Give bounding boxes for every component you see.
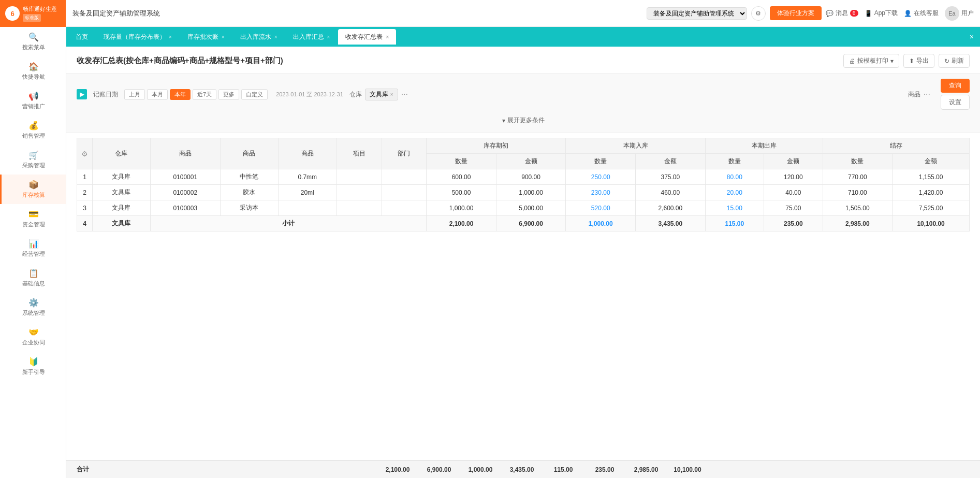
data-table: ⚙ 仓库 商品 商品 商品 项目 部门 库存期初 本期入库 本期出库 结存	[77, 138, 970, 231]
sidebar-item-enterprise[interactable]: 🤝 企业协同	[0, 322, 66, 352]
date-btn-custom[interactable]: 自定义	[241, 89, 268, 100]
tab-close-all[interactable]: ×	[966, 33, 978, 41]
col-close-amt: 金额	[893, 154, 970, 169]
settings-icon[interactable]: ⚙	[751, 6, 766, 21]
sidebar-item-marketing[interactable]: 📢 营销推广	[0, 86, 66, 115]
export-btn[interactable]: ⬆ 导出	[903, 54, 934, 68]
row-close-qty: 1,505.00	[823, 200, 893, 216]
tab-receipt-summary[interactable]: 收发存汇总表 ×	[338, 29, 396, 45]
tab-in-out-flow-label: 出入库流水	[240, 33, 271, 41]
filter-setting-btn[interactable]: 设置	[941, 95, 970, 110]
avatar: Ea	[945, 6, 959, 21]
subtotal-warehouse: 文具库	[93, 216, 151, 231]
tab-stock-dist[interactable]: 现存量（库存分布表） ×	[96, 29, 179, 45]
tab-in-out-flow[interactable]: 出入库流水 ×	[233, 29, 285, 45]
sidebar-item-quick-nav[interactable]: 🏠 快捷导航	[0, 56, 66, 86]
out-qty-link[interactable]: 20.00	[727, 189, 742, 196]
row-in-qty: 520.00	[566, 200, 636, 216]
warehouse-more[interactable]: ···	[401, 90, 408, 99]
row-name: 中性笔	[220, 169, 278, 185]
message-btn[interactable]: 💬 消息 6	[826, 9, 858, 18]
row-open-amt: 1,000.00	[496, 185, 566, 200]
date-btn-7-days[interactable]: 近7天	[193, 89, 216, 100]
tab-in-out-flow-close[interactable]: ×	[274, 34, 277, 40]
tab-batch[interactable]: 库存批次账 ×	[180, 29, 232, 45]
subtotal-close-amt: 10,100.00	[893, 216, 970, 231]
out-qty-link[interactable]: 15.00	[727, 205, 742, 212]
total-in-qty: 1,000.00	[460, 466, 501, 473]
table-row: 3 文具库 0100003 采访本 1,000.00 5,000.00 520.…	[77, 200, 970, 216]
expand-conditions-btn[interactable]: ▾ 展开更多条件	[497, 114, 550, 127]
finance-icon: 💳	[28, 209, 39, 219]
sidebar-item-inventory[interactable]: 📦 库存核算	[0, 175, 66, 204]
subtotal-in-qty-link[interactable]: 1,000.00	[589, 220, 613, 227]
subtotal-no: 4	[77, 216, 93, 231]
sidebar-item-sales[interactable]: 💰 销售管理	[0, 115, 66, 145]
in-qty-link[interactable]: 520.00	[591, 205, 610, 212]
logo-icon: 6	[5, 6, 20, 21]
marketing-icon: 📢	[28, 91, 39, 101]
goods-more[interactable]: ···	[924, 90, 930, 99]
in-qty-link[interactable]: 250.00	[591, 173, 610, 181]
in-qty-link[interactable]: 230.00	[591, 189, 610, 196]
query-btn[interactable]: 查询	[941, 79, 970, 93]
row-no: 1	[77, 169, 93, 185]
sidebar-item-basic-info[interactable]: 📋 基础信息	[0, 263, 66, 293]
service-icon: 👤	[904, 10, 912, 17]
expand-arrow-icon: ▾	[502, 117, 505, 124]
sidebar-item-purchase[interactable]: 🛒 采购管理	[0, 145, 66, 175]
tab-stock-dist-close[interactable]: ×	[169, 34, 172, 40]
subtotal-out-amt: 235.00	[764, 216, 823, 231]
user-btn[interactable]: Ea 用户	[945, 6, 974, 21]
subtotal-close-qty: 2,985.00	[823, 216, 893, 231]
date-btn-last-month[interactable]: 上月	[124, 89, 145, 100]
date-btn-more[interactable]: 更多	[218, 89, 239, 100]
warehouse-tag-close[interactable]: ×	[390, 92, 393, 97]
row-name: 采访本	[220, 200, 278, 216]
date-range-display: 2023-01-01 至 2023-12-31	[276, 91, 343, 98]
warehouse-label: 仓库	[349, 90, 362, 99]
sidebar-item-search[interactable]: 🔍 搜索菜单	[0, 27, 66, 56]
sidebar-item-finance[interactable]: 💳 资金管理	[0, 204, 66, 234]
warehouse-tag: 文具库 ×	[365, 89, 398, 100]
row-in-amt: 460.00	[636, 185, 706, 200]
sales-icon: 💰	[28, 121, 39, 131]
row-out-qty: 20.00	[705, 185, 764, 200]
total-in-amt: 3,435.00	[501, 466, 543, 473]
goods-filter: 商品 ···	[908, 90, 930, 99]
row-close-qty: 710.00	[823, 185, 893, 200]
total-label: 合计	[77, 465, 377, 474]
tab-in-out-summary[interactable]: 出入库汇总 ×	[286, 29, 338, 45]
system-select[interactable]: 装备及固定资产辅助管理系统	[647, 7, 747, 20]
print-template-btn[interactable]: 🖨 按模板打印 ▾	[843, 54, 899, 68]
row-open-amt: 900.00	[496, 169, 566, 185]
warehouse-filter: 仓库 文具库 × ···	[349, 89, 408, 100]
sidebar-item-operations[interactable]: 📊 经营管理	[0, 234, 66, 263]
row-spec: 20ml	[278, 185, 337, 200]
total-open-qty: 2,100.00	[377, 466, 418, 473]
tab-receipt-summary-close[interactable]: ×	[386, 34, 389, 40]
row-no: 2	[77, 185, 93, 200]
online-service-btn[interactable]: 👤 在线客服	[904, 9, 939, 18]
date-btn-this-month[interactable]: 本月	[147, 89, 168, 100]
date-btn-this-year[interactable]: 本年	[170, 89, 191, 100]
refresh-btn[interactable]: ↻ 刷新	[939, 54, 970, 68]
experience-btn[interactable]: 体验行业方案	[770, 6, 822, 20]
sidebar-item-system[interactable]: ⚙️ 系统管理	[0, 293, 66, 322]
subtotal-row: 4 文具库 小计 2,100.00 6,900.00 1,000.00 3,43…	[77, 216, 970, 231]
subtotal-out-qty-link[interactable]: 115.00	[725, 220, 744, 227]
sidebar-item-guide[interactable]: 🔰 新手引导	[0, 352, 66, 381]
subtotal-open-qty: 2,100.00	[427, 216, 496, 231]
subtotal-label: 小计	[150, 216, 426, 231]
col-code-header: 商品	[150, 138, 220, 169]
app-download-btn[interactable]: 📱 App下载	[865, 9, 898, 18]
tab-batch-label: 库存批次账	[187, 33, 218, 41]
tab-batch-close[interactable]: ×	[222, 34, 225, 40]
tab-home[interactable]: 首页	[68, 29, 95, 45]
table-gear-icon[interactable]: ⚙	[81, 150, 88, 158]
tab-in-out-summary-close[interactable]: ×	[327, 34, 330, 40]
out-qty-link[interactable]: 80.00	[727, 173, 742, 181]
page-title: 收发存汇总表(按仓库+商品编码+商品+规格型号+项目+部门)	[77, 56, 283, 66]
total-out-amt: 235.00	[584, 466, 625, 473]
filter-arrow[interactable]: ▶	[77, 89, 87, 99]
